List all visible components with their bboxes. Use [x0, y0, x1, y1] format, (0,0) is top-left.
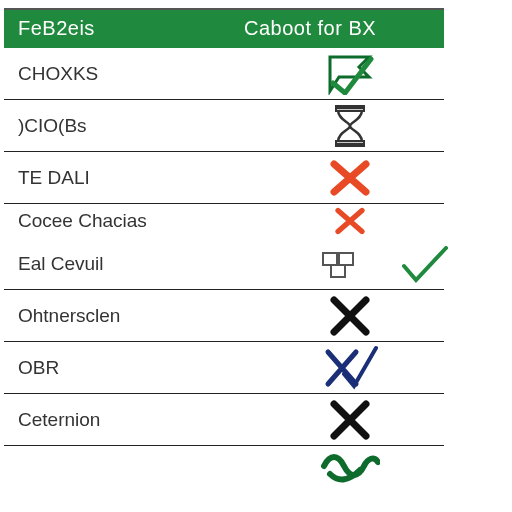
svg-rect-4 — [331, 265, 345, 277]
table-row — [4, 446, 444, 486]
hourglass-icon — [320, 103, 380, 149]
row-status-cell[interactable] — [256, 290, 444, 341]
checklist-table: FeB2eis Caboot for BX CHOXKS )CIO(Bs — [4, 8, 444, 486]
x-blue-tick-icon — [320, 345, 380, 391]
row-status-cell[interactable] — [256, 48, 444, 99]
header-right: Caboot for BX — [244, 10, 444, 47]
row-status-cell[interactable] — [256, 446, 444, 486]
table-row: CHOXKS — [4, 48, 444, 100]
scribble-check-icon — [320, 443, 380, 489]
checkbox-icon — [311, 241, 371, 287]
row-status-cell[interactable] — [256, 204, 444, 238]
row-label: Eal Cevuil — [4, 238, 256, 289]
row-status-cell[interactable] — [256, 342, 444, 393]
x-black-icon — [320, 397, 380, 443]
check-green-icon — [400, 246, 448, 286]
table-row: )CIO(Bs — [4, 100, 444, 152]
svg-rect-2 — [323, 253, 337, 265]
row-label: CHOXKS — [4, 48, 256, 99]
table-row: Cocee Chacias — [4, 204, 444, 238]
table-row: OBR — [4, 342, 444, 394]
table-row: Ohtnersclen — [4, 290, 444, 342]
row-label: Ceternion — [4, 394, 256, 445]
header-left: FeB2eis — [4, 10, 244, 47]
row-status-cell[interactable] — [256, 152, 444, 203]
x-black-icon — [320, 293, 380, 339]
table-row: Ceternion — [4, 394, 444, 446]
row-label: OBR — [4, 342, 256, 393]
row-status-cell[interactable] — [256, 238, 444, 289]
x-red-icon — [320, 155, 380, 201]
table-row: Eal Cevuil — [4, 238, 444, 290]
row-status-cell[interactable] — [256, 394, 444, 445]
check-flag-icon — [320, 51, 380, 97]
svg-rect-3 — [339, 253, 353, 265]
table-header: FeB2eis Caboot for BX — [4, 10, 444, 48]
row-label: TE DALI — [4, 152, 256, 203]
row-label — [4, 446, 256, 486]
row-label: )CIO(Bs — [4, 100, 256, 151]
row-label: Ohtnersclen — [4, 290, 256, 341]
row-status-cell[interactable] — [256, 100, 444, 151]
table-row: TE DALI — [4, 152, 444, 204]
row-label: Cocee Chacias — [4, 204, 256, 238]
